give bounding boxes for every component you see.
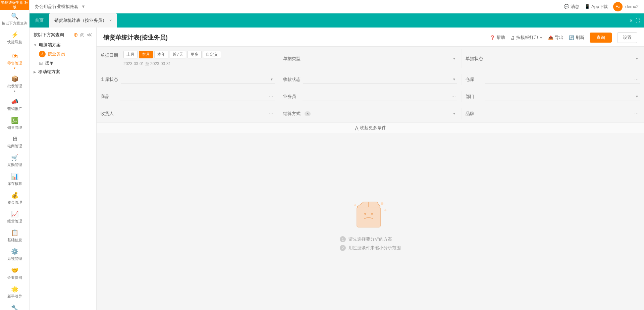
- warehouse-dots-icon: ···: [634, 76, 639, 83]
- sidebar-item-newbie[interactable]: 🌟 新手引导: [0, 283, 29, 302]
- page-title: 销货单统计表(按业务员): [103, 34, 168, 42]
- sidebar-item-appstore[interactable]: 🔧 应用中心: [0, 302, 29, 310]
- breadcrumb: 办公用品行业模拟账套 ▼: [35, 4, 86, 10]
- sales-icon: 💹: [11, 117, 18, 124]
- tab-maximize-icon[interactable]: ⛶: [636, 18, 640, 23]
- collapse-btn[interactable]: ⋀ 收起更多条件: [97, 122, 644, 133]
- collapse-panel-icon[interactable]: ≪: [87, 32, 92, 38]
- tab-close-btn[interactable]: ×: [109, 18, 112, 23]
- brand-value[interactable]: ···: [485, 109, 640, 118]
- basics-label: 基础信息: [7, 238, 22, 243]
- refresh-btn[interactable]: 🔄 刷新: [569, 35, 584, 41]
- inventory-label: 库存核算: [7, 181, 22, 186]
- tree-item-salesperson[interactable]: 人 按业务员: [30, 49, 96, 59]
- dropdown-arrow-top[interactable]: ▼: [81, 4, 86, 9]
- print-icon: 🖨: [511, 35, 515, 40]
- tree-mobile-section[interactable]: ▶ 移动端方案: [30, 67, 96, 76]
- operations-label: 经营管理: [7, 219, 22, 224]
- salesperson-dots-icon: ···: [451, 94, 456, 100]
- date-more-btn[interactable]: 更多: [187, 51, 202, 58]
- date-this-year-btn[interactable]: 本年: [154, 51, 168, 58]
- date-custom-btn[interactable]: 自定义: [203, 51, 221, 58]
- sidebar-item-enterprise[interactable]: 🤝 企业协同: [0, 264, 29, 283]
- user-info[interactable]: Ea demo2: [613, 2, 639, 11]
- sidebar-item-operations[interactable]: 📈 经营管理: [0, 208, 29, 226]
- panel-header: 按以下方案查询 ⊕ ◎ ≪: [30, 32, 96, 41]
- doc-status-value[interactable]: ▼: [486, 54, 640, 63]
- date-this-month-btn[interactable]: 本月: [139, 51, 153, 58]
- purchase-label: 采购管理: [7, 162, 22, 167]
- sidebar-item-search[interactable]: 🔍 按以下方案查询: [0, 10, 29, 29]
- tab-home[interactable]: 首页: [30, 13, 49, 28]
- sidebar-item-basics[interactable]: 📋 基础信息: [0, 226, 29, 245]
- operations-icon: 📈: [11, 210, 18, 218]
- settlement-x-btn[interactable]: ×: [305, 111, 311, 116]
- home-tab-label: 首页: [35, 17, 44, 23]
- newbie-label: 新手引导: [7, 294, 22, 299]
- print-btn[interactable]: 🖨 按模板打印 ▼: [511, 35, 543, 41]
- sidebar-item-marketing[interactable]: 📣 营销推广: [0, 95, 29, 114]
- doc-type-value[interactable]: ▼: [303, 54, 457, 63]
- sidebar-item-inventory[interactable]: 📊 库存核算: [0, 170, 29, 189]
- ecommerce-label: 电商管理: [7, 144, 22, 149]
- stock-status-cell: 出库状态 ▼: [97, 74, 279, 85]
- system-icon: ⚙️: [11, 248, 18, 255]
- payment-status-value[interactable]: ▼: [303, 75, 457, 84]
- message-btn[interactable]: 💬 消息: [564, 4, 579, 10]
- help-label: 帮助: [496, 35, 505, 41]
- tab-bar: 首页 销货单统计表（按业务员） × ✕ ⛶: [30, 13, 644, 28]
- sidebar-item-sales[interactable]: 💹 销售管理: [0, 114, 29, 133]
- main-wrapper: 办公用品行业模拟账套 ▼ 💬 消息 📱 App下载 Ea demo2 首页 销货…: [30, 0, 644, 310]
- app-download-btn[interactable]: 📱 App下载: [585, 4, 608, 10]
- tree-pc-section[interactable]: ▼ 电脑端方案: [30, 41, 96, 49]
- sidebar-item-ecommerce[interactable]: 🖥 电商管理: [0, 133, 29, 151]
- brand-dots-icon: ···: [634, 111, 639, 117]
- empty-step-1: 1 请先选择要分析的方案: [340, 236, 401, 242]
- sidebar-item-purchase[interactable]: 🛒 采购管理: [0, 151, 29, 170]
- dept-value[interactable]: ▼: [485, 92, 640, 101]
- sales-label: 销售管理: [7, 125, 22, 130]
- appstore-icon: 🔧: [11, 304, 18, 310]
- tab-sales-stats[interactable]: 销货单统计表（按业务员） ×: [49, 13, 117, 28]
- date-prev-month-btn[interactable]: 上月: [123, 51, 138, 58]
- recipient-dots-icon: ···: [269, 111, 273, 117]
- filter-row-2: 出库状态 ▼ 收款状态 ▼ 仓库: [97, 71, 644, 88]
- tab-close-window-icon[interactable]: ✕: [629, 18, 633, 23]
- date-filter-label: 单据日期: [101, 52, 118, 58]
- salesperson-value[interactable]: ···: [303, 92, 457, 101]
- svg-point-2: [364, 213, 366, 215]
- sidebar-item-finance[interactable]: 💰 资金管理: [0, 189, 29, 208]
- avatar: Ea: [613, 2, 623, 11]
- sidebar-logo[interactable]: 畅捷通好生意 标版: [0, 0, 30, 10]
- query-button[interactable]: 查询: [590, 33, 612, 43]
- recipient-value[interactable]: ···: [120, 109, 275, 118]
- finance-icon: 💰: [11, 192, 18, 199]
- salesperson-cell: 业务员 ···: [279, 91, 462, 102]
- sidebar-item-retail[interactable]: 🛍 零售管理 ▼: [0, 50, 29, 72]
- chevron-up-icon: ▲: [13, 90, 16, 93]
- help-btn[interactable]: ❓ 帮助: [490, 35, 505, 41]
- settings-circle-icon[interactable]: ◎: [80, 32, 85, 38]
- tree-item-order[interactable]: ⊞ 按单: [30, 59, 96, 67]
- date-filter-bar: 上月 本月 本年 近7天 更多 自定义: [123, 51, 221, 58]
- sidebar-item-shortcuts[interactable]: ⚡ 快捷导航: [0, 29, 29, 47]
- empty-illustration: [347, 192, 394, 232]
- export-btn[interactable]: 📤 导出: [548, 35, 564, 41]
- logo-text: 畅捷通好生意 标版: [0, 0, 30, 10]
- doc-type-label: 单据类型: [283, 56, 301, 62]
- date-7days-btn[interactable]: 近7天: [170, 51, 186, 58]
- add-icon[interactable]: ⊕: [73, 32, 78, 38]
- stock-status-value[interactable]: ▼: [121, 75, 275, 84]
- inventory-icon: 📊: [11, 173, 18, 180]
- stock-status-dropdown-icon: ▼: [270, 78, 273, 81]
- salesperson-label: 按业务员: [48, 51, 65, 57]
- top-header: 办公用品行业模拟账套 ▼ 💬 消息 📱 App下载 Ea demo2: [30, 0, 644, 13]
- goods-dots-icon: ···: [269, 94, 273, 100]
- goods-label: 商品: [101, 94, 117, 100]
- sidebar-item-system[interactable]: ⚙️ 系统管理: [0, 245, 29, 264]
- sidebar-item-wholesale[interactable]: 📦 批发管理 ▲: [0, 72, 29, 95]
- goods-value[interactable]: ···: [120, 92, 275, 101]
- settlement-dropdown-icon: ▼: [452, 112, 456, 115]
- warehouse-value[interactable]: ···: [485, 75, 640, 84]
- settings-button[interactable]: 设置: [617, 32, 637, 43]
